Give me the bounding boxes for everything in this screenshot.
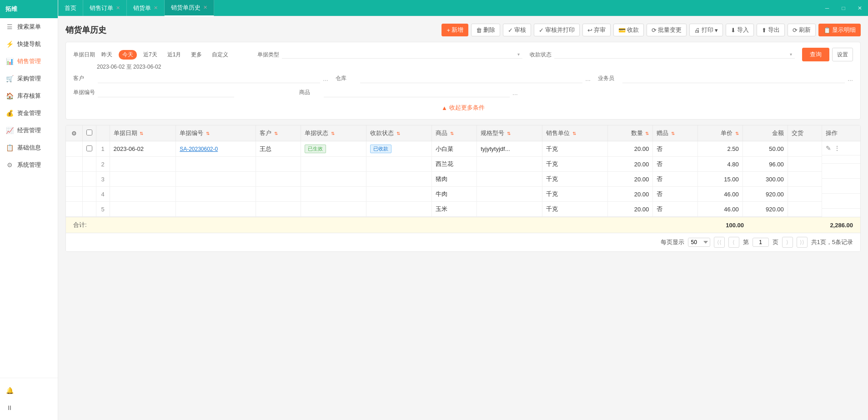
print-button[interactable]: 🖨 打印 ▾ [689, 24, 723, 36]
date-btn-yesterday[interactable]: 昨天 [98, 50, 116, 60]
select-all-checkbox[interactable] [86, 130, 92, 135]
col-amount[interactable]: 金额 [743, 125, 788, 141]
edit-icon[interactable]: ✎ [826, 145, 831, 152]
sidebar-item-system[interactable]: ⚙ 系统管理 [0, 156, 58, 174]
sidebar-item-search-menu[interactable]: ☰ 搜索菜单 [0, 18, 58, 35]
batch-change-button[interactable]: ⟳ 批量变更 [647, 24, 687, 36]
cell-doc-no [176, 187, 256, 202]
sidebar-pause[interactable]: ⏸ [0, 399, 58, 416]
collapse-button[interactable]: ▲ 收起更多条件 [73, 102, 853, 114]
warehouse-dots[interactable]: ... [585, 75, 591, 82]
prev-page-btn[interactable]: ⟨ [728, 237, 739, 248]
cell-checkbox[interactable] [82, 141, 96, 157]
tab-home[interactable]: 首页 [58, 0, 83, 16]
col-doc-no[interactable]: 单据编号 ⇅ [176, 125, 256, 141]
sidebar-item-label: 库存核算 [17, 92, 41, 100]
refresh-button[interactable]: ⟳ 刷新 [788, 24, 816, 36]
sidebar-item-quick-nav[interactable]: ⚡ 快捷导航 [0, 35, 58, 53]
export-button[interactable]: ⬆ 导出 [757, 24, 785, 36]
col-unit[interactable]: 销售单位 ⇅ [542, 125, 608, 141]
audit-icon: ✓ [508, 27, 513, 34]
row-checkbox[interactable] [86, 145, 92, 151]
sidebar-item-purchase-mgmt[interactable]: 🛒 采购管理 [0, 70, 58, 87]
goods-input[interactable] [324, 88, 510, 97]
sidebar-item-basic-info[interactable]: 📋 基础信息 [0, 139, 58, 156]
delete-button[interactable]: 🗑 删除 [471, 24, 500, 36]
sidebar-item-sales-mgmt[interactable]: 📊 销售管理 [0, 53, 58, 70]
sidebar-item-finance[interactable]: 💰 资金管理 [0, 105, 58, 122]
inventory-icon: 🏠 [5, 92, 14, 100]
sidebar-notification[interactable]: 🔔 [0, 382, 58, 399]
window-maximize[interactable]: □ [835, 0, 852, 16]
first-page-btn[interactable]: ⟨⟨ [714, 237, 725, 248]
col-collect-status[interactable]: 收款状态 ⇅ [366, 125, 432, 141]
tab-sales-history-close[interactable]: ✕ [203, 5, 207, 10]
tab-sales-goods[interactable]: 销货单 ✕ [127, 0, 165, 16]
query-button[interactable]: 查询 [802, 48, 829, 61]
col-spec[interactable]: 规格型号 ⇅ [477, 125, 542, 141]
tab-sales-order[interactable]: 销售订单 ✕ [83, 0, 127, 16]
cell-amount: 920.00 [743, 202, 788, 217]
date-range-display: 2023-06-02 至 2023-06-02 [73, 63, 853, 71]
show-detail-button[interactable]: 📋 显示明细 [818, 24, 861, 36]
doc-number-input[interactable] [98, 88, 234, 97]
sidebar-item-inventory[interactable]: 🏠 库存核算 [0, 87, 58, 105]
cell-checkbox[interactable] [82, 202, 96, 217]
more-icon[interactable]: ⋮ [834, 145, 840, 152]
page-input[interactable] [753, 238, 769, 247]
cell-date [110, 157, 176, 172]
date-btn-custom[interactable]: 自定义 [208, 50, 232, 60]
date-btn-1month[interactable]: 近1月 [164, 50, 185, 60]
tab-sales-order-close[interactable]: ✕ [116, 5, 120, 11]
col-customer[interactable]: 客户 ⇅ [256, 125, 301, 141]
date-btn-more[interactable]: 更多 [187, 50, 206, 60]
settings-button[interactable]: 设置 [832, 48, 853, 61]
col-qty-sort-icon: ⇅ [645, 131, 649, 136]
doc-type-select[interactable]: ▾ [282, 50, 522, 59]
col-gift[interactable]: 赠品 ⇅ [653, 125, 698, 141]
data-table-container: ⚙ 单据日期 ⇅ 单据编号 ⇅ [65, 125, 861, 252]
salesperson-input[interactable] [622, 74, 845, 83]
cell-operation [822, 157, 860, 164]
cell-date [110, 202, 176, 217]
cell-spec [477, 157, 542, 172]
customer-dots[interactable]: ... [323, 75, 328, 82]
col-unit-price[interactable]: 单价 ⇅ [698, 125, 743, 141]
per-page-select[interactable]: 50 100 200 [688, 238, 710, 247]
import-button[interactable]: ⬇ 导入 [726, 24, 754, 36]
system-icon: ⚙ [5, 161, 14, 169]
collect-status-select[interactable]: ▾ [554, 50, 795, 59]
tab-sales-goods-close[interactable]: ✕ [154, 5, 158, 11]
date-btn-7days[interactable]: 近7天 [140, 50, 161, 60]
tab-sales-history[interactable]: 销货单历史 ✕ [165, 0, 214, 16]
cell-checkbox[interactable] [82, 187, 96, 202]
date-btn-today[interactable]: 今天 [119, 50, 137, 60]
window-close[interactable]: ✕ [852, 0, 868, 16]
tab-bar: 首页 销售订单 ✕ 销货单 ✕ 销货单历史 ✕ ─ □ ✕ [58, 0, 868, 16]
collect-button[interactable]: 💳 收款 [613, 24, 644, 36]
doc-no-link[interactable]: SA-20230602-0 [180, 146, 218, 152]
cell-settings [66, 202, 82, 217]
col-date[interactable]: 单据日期 ⇅ [110, 125, 176, 141]
col-qty[interactable]: 数量 ⇅ [608, 125, 653, 141]
customer-input[interactable] [98, 74, 320, 83]
audit-print-button[interactable]: ✓ 审核并打印 [534, 24, 580, 36]
cell-checkbox[interactable] [82, 172, 96, 187]
goods-dots[interactable]: ... [512, 89, 518, 96]
warehouse-input[interactable] [360, 74, 582, 83]
col-doc-status[interactable]: 单据状态 ⇅ [301, 125, 366, 141]
add-button[interactable]: + 新增 [442, 24, 468, 36]
window-minimize[interactable]: ─ [819, 0, 835, 16]
col-settings[interactable]: ⚙ [66, 125, 82, 141]
last-page-btn[interactable]: ⟩⟩ [797, 237, 808, 248]
cell-collect-status [366, 172, 432, 187]
sidebar: 拓维 ☰ 搜索菜单 ⚡ 快捷导航 📊 销售管理 🛒 采购管理 🏠 库存核算 💰 … [0, 0, 58, 420]
col-goods[interactable]: 商品 ⇅ [432, 125, 477, 141]
cell-checkbox[interactable] [82, 157, 96, 172]
cell-operation [822, 172, 860, 179]
salesperson-dots[interactable]: ... [848, 75, 853, 82]
next-page-btn[interactable]: ⟩ [782, 237, 793, 248]
sidebar-item-operations[interactable]: 📈 经营管理 [0, 122, 58, 139]
discard-button[interactable]: ↩ 弃审 [582, 24, 611, 36]
audit-button[interactable]: ✓ 审核 [503, 24, 531, 36]
